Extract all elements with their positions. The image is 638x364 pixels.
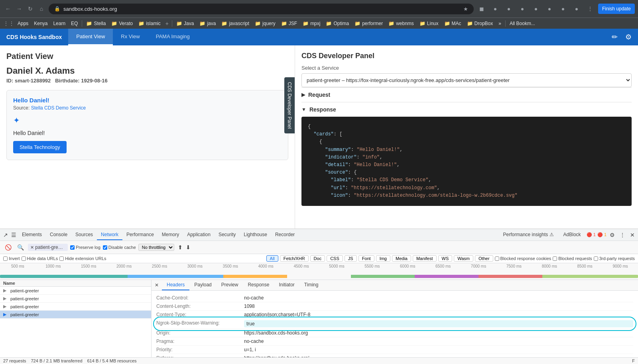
bookmark-dropbox[interactable]: 📁 DropBox bbox=[465, 20, 496, 27]
invert-checkbox[interactable] bbox=[3, 256, 8, 261]
devtools-close-btn[interactable]: ✕ bbox=[628, 230, 636, 240]
bookmark-apps[interactable]: Apps bbox=[15, 20, 31, 27]
devtools-tab-console[interactable]: Console bbox=[46, 230, 71, 240]
detail-tab-preview[interactable]: Preview bbox=[217, 280, 243, 290]
devtools-tab-elements[interactable]: Elements bbox=[18, 230, 46, 240]
bookmark-performer[interactable]: 📁 performer bbox=[352, 20, 385, 27]
address-bar[interactable]: 🔒 sandbox.cds-hooks.org ★ bbox=[49, 4, 474, 14]
detail-tab-headers[interactable]: Headers bbox=[162, 280, 189, 290]
disable-cache-checkbox[interactable] bbox=[103, 245, 107, 250]
bookmark-jquery[interactable]: 📁 jquery bbox=[252, 20, 278, 27]
upload-icon-btn[interactable]: ⬆ bbox=[177, 243, 184, 251]
extension-btn4[interactable]: ● bbox=[517, 3, 528, 14]
devtools-settings-btn[interactable]: ⚙ bbox=[608, 230, 616, 240]
devtools-tab-recorder[interactable]: Recorder bbox=[271, 230, 299, 240]
detail-tab-response[interactable]: Response bbox=[243, 280, 274, 290]
extension-btn6[interactable]: ● bbox=[544, 3, 555, 14]
filter-img[interactable]: Img bbox=[376, 255, 390, 262]
network-row-1[interactable]: ▶ patient-greeter bbox=[0, 287, 151, 295]
filter-name-x[interactable]: ✕ bbox=[30, 245, 34, 250]
third-party-checkbox[interactable] bbox=[594, 256, 598, 261]
tab-pama-imaging[interactable]: PAMA Imaging bbox=[148, 29, 198, 45]
clear-network-btn[interactable]: 🚫 bbox=[3, 243, 13, 251]
extension-btn2[interactable]: ● bbox=[490, 3, 501, 14]
preserve-log-checkbox[interactable] bbox=[70, 245, 75, 250]
extension-btn8[interactable]: ● bbox=[571, 3, 582, 14]
network-row-4[interactable]: ▶ patient-greeter bbox=[0, 311, 151, 319]
devtools-more-btn[interactable]: ⋮ bbox=[618, 230, 627, 240]
blocked-response-checkbox[interactable] bbox=[495, 256, 499, 261]
bookmark-mpxj[interactable]: 📁 mpxj bbox=[300, 20, 323, 27]
tab-rx-view[interactable]: Rx View bbox=[113, 29, 148, 45]
edit-button[interactable]: ✏ bbox=[608, 31, 621, 43]
devtools-tab-security[interactable]: Security bbox=[215, 230, 240, 240]
devtools-tab-sources[interactable]: Sources bbox=[71, 230, 97, 240]
bookmark-verato[interactable]: 📁 Verato bbox=[109, 20, 135, 27]
settings-button[interactable]: ⚙ bbox=[622, 31, 635, 43]
blocked-response-label[interactable]: Blocked response cookies bbox=[495, 256, 551, 261]
third-party-label[interactable]: 3rd-party requests bbox=[594, 256, 635, 261]
extension-btn5[interactable]: ● bbox=[530, 3, 542, 14]
bookmark-islamic[interactable]: 📁 islamic bbox=[136, 20, 163, 27]
stella-technology-button[interactable]: Stella Technology bbox=[13, 141, 67, 153]
hide-extension-urls-checkbox[interactable] bbox=[59, 256, 64, 261]
devtools-pointer-btn[interactable]: ↗ bbox=[2, 230, 10, 240]
throttle-select[interactable]: No throttling bbox=[138, 244, 174, 251]
hide-extension-urls-label[interactable]: Hide extension URLs bbox=[59, 256, 106, 261]
extension-btn[interactable]: ◼ bbox=[476, 3, 487, 14]
filter-wasm[interactable]: Wasm bbox=[454, 255, 473, 262]
disable-cache-label[interactable]: Disable cache bbox=[103, 245, 136, 250]
devtools-tab-performance[interactable]: Performance bbox=[122, 230, 158, 240]
invert-label[interactable]: Invert bbox=[3, 256, 20, 261]
extension-btn7[interactable]: ● bbox=[557, 3, 569, 14]
detail-tab-initiator[interactable]: Initiator bbox=[274, 280, 299, 290]
source-link[interactable]: Stella CDS Demo Service bbox=[31, 105, 86, 111]
forward-button[interactable]: → bbox=[14, 4, 24, 14]
add-bookmark-icon[interactable]: + bbox=[164, 20, 170, 27]
more-bookmarks[interactable]: » bbox=[496, 20, 504, 27]
filter-media[interactable]: Media bbox=[392, 255, 411, 262]
response-section[interactable]: ▼ Response bbox=[301, 102, 632, 117]
devtools-tab-lighthouse[interactable]: Lighthouse bbox=[240, 230, 271, 240]
blocked-requests-label[interactable]: Blocked requests bbox=[553, 256, 592, 261]
extension-btn3[interactable]: ● bbox=[503, 3, 514, 14]
network-row-3[interactable]: ▶ patient-greeter bbox=[0, 303, 151, 311]
devtools-inspect-btn[interactable]: ☰ bbox=[10, 230, 18, 240]
bookmark-jsf[interactable]: 📁 JSF bbox=[279, 20, 299, 27]
bookmark-javascript[interactable]: 📁 javascript bbox=[219, 20, 252, 27]
bookmark-learn[interactable]: Learn bbox=[51, 20, 68, 27]
tab-patient-view[interactable]: Patient View bbox=[68, 29, 113, 45]
bookmark-mac[interactable]: 📁 MAc bbox=[442, 20, 464, 27]
bookmark-java2[interactable]: 📁 java bbox=[197, 20, 218, 27]
filter-manifest[interactable]: Manifest bbox=[413, 255, 437, 262]
request-section[interactable]: ▶ Request bbox=[301, 87, 632, 102]
filter-css[interactable]: CSS bbox=[327, 255, 343, 262]
filter-js[interactable]: JS bbox=[345, 255, 357, 262]
home-button[interactable]: ⌂ bbox=[37, 4, 46, 14]
filter-font[interactable]: Font bbox=[358, 255, 374, 262]
filter-other[interactable]: Other bbox=[475, 255, 493, 262]
devtools-tab-perf-insights[interactable]: Performance insights ⚠ bbox=[499, 230, 558, 240]
service-select[interactable]: patient-greeter – https://fox-integral-c… bbox=[301, 73, 632, 87]
detail-tab-timing[interactable]: Timing bbox=[299, 280, 323, 290]
filter-ws[interactable]: WS bbox=[438, 255, 453, 262]
bookmark-kenya[interactable]: Kenya bbox=[32, 20, 50, 27]
search-network-btn[interactable]: 🔍 bbox=[16, 243, 26, 252]
bookmark-optima[interactable]: 📁 Optima bbox=[323, 20, 351, 27]
download-icon-btn[interactable]: ⬇ bbox=[185, 243, 192, 251]
devtools-tab-adblock[interactable]: AdBlock bbox=[559, 230, 585, 240]
refresh-button[interactable]: ↻ bbox=[26, 4, 35, 14]
blocked-requests-checkbox[interactable] bbox=[553, 256, 557, 261]
bookmark-webnms[interactable]: 📁 webnms bbox=[386, 20, 416, 27]
bookmark-stella[interactable]: 📁 Stella bbox=[84, 20, 108, 27]
bookmark-java[interactable]: 📁 Java bbox=[174, 20, 196, 27]
filter-fetch-xhr[interactable]: Fetch/XHR bbox=[280, 255, 309, 262]
all-bookmarks[interactable]: All Bookm... bbox=[507, 20, 538, 27]
detail-tab-payload[interactable]: Payload bbox=[189, 280, 216, 290]
cds-side-tab[interactable]: CDS Developer Panel bbox=[284, 77, 295, 133]
filter-doc[interactable]: Doc bbox=[310, 255, 325, 262]
hide-data-urls-label[interactable]: Hide data URLs bbox=[22, 256, 58, 261]
detail-close-btn[interactable]: ✕ bbox=[152, 280, 162, 290]
filter-all[interactable]: All bbox=[266, 255, 278, 262]
bookmark-eq[interactable]: EQ bbox=[69, 20, 80, 27]
